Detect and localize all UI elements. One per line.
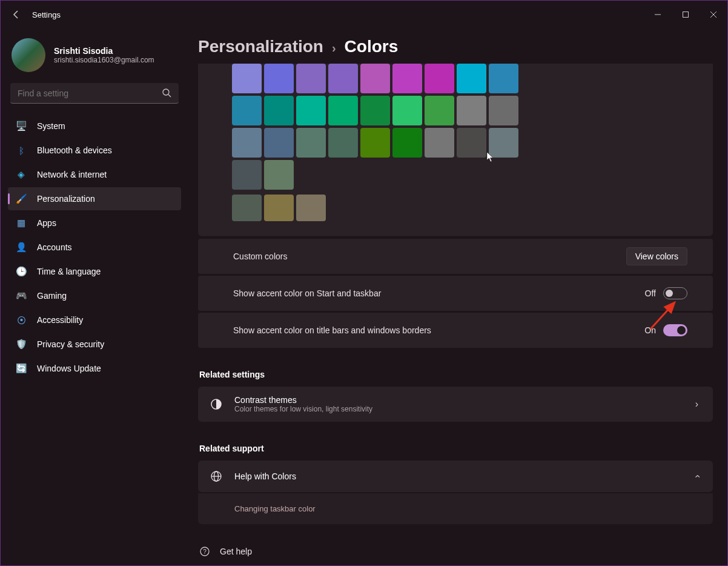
color-swatch[interactable] [489,96,518,125]
svg-point-2 [163,89,169,95]
svg-line-3 [168,95,171,97]
accessibility-icon: ⦿ [15,314,27,326]
svg-rect-1 [683,12,689,18]
sidebar-item-time[interactable]: 🕒Time & language [8,260,181,283]
sidebar-item-gaming[interactable]: 🎮Gaming [8,284,181,307]
color-swatch[interactable] [328,96,358,125]
color-swatch[interactable] [457,96,486,125]
color-swatch[interactable] [232,195,262,221]
avatar [12,38,45,72]
view-colors-button[interactable]: View colors [626,247,687,265]
sidebar-item-network[interactable]: ◈Network & internet [8,163,181,186]
color-swatch[interactable] [392,64,422,93]
close-button[interactable] [700,5,727,24]
color-swatch[interactable] [328,64,358,93]
search-box[interactable] [10,83,179,104]
gamepad-icon: 🎮 [15,290,27,302]
clock-icon: 🕒 [15,265,27,278]
color-swatch[interactable] [264,128,294,158]
svg-text:?: ? [203,548,207,555]
color-swatch[interactable] [264,96,294,125]
update-icon: 🔄 [15,362,27,375]
color-swatch[interactable] [360,128,390,158]
sidebar-item-apps[interactable]: ▦Apps [8,211,181,235]
main-content: Personalization › Colors Custom colors V… [188,28,727,565]
breadcrumb-parent[interactable]: Personalization [198,37,323,56]
sidebar-item-accounts[interactable]: 👤Accounts [8,236,181,259]
custom-colors-label: Custom colors [233,251,287,261]
color-swatch[interactable] [232,64,262,93]
color-swatch[interactable] [232,160,262,190]
profile-email: srishti.sisodia1603@gmail.com [54,56,154,64]
accent-title-row: Show accent color on title bars and wind… [198,313,713,348]
color-swatch[interactable] [264,64,294,93]
help-colors-title: Help with Colors [234,471,296,481]
color-swatch[interactable] [296,96,326,125]
related-settings-title: Related settings [199,370,713,379]
color-swatch[interactable] [328,128,358,158]
maximize-button[interactable] [672,5,700,24]
help-sub-link[interactable]: Changing taskbar color [198,493,713,524]
color-swatch[interactable] [457,128,486,158]
accent-taskbar-toggle[interactable] [663,287,687,299]
search-icon [162,88,171,100]
help-colors-card[interactable]: Help with Colors › [198,461,713,492]
color-swatch[interactable] [232,96,262,125]
chevron-right-icon: › [695,399,698,410]
accent-color-panel [198,64,713,236]
sidebar-item-bluetooth[interactable]: ᛒBluetooth & devices [8,139,181,162]
bluetooth-icon: ᛒ [15,144,27,156]
accent-title-state: On [644,325,656,335]
chevron-up-icon: › [691,474,702,478]
color-swatch[interactable] [425,96,454,125]
accent-taskbar-state: Off [645,288,656,298]
color-swatch[interactable] [296,195,326,221]
search-input[interactable] [10,83,179,104]
sidebar-item-update[interactable]: 🔄Windows Update [8,357,181,380]
titlebar: Settings [1,1,727,28]
accent-title-label: Show accent color on title bars and wind… [233,325,431,335]
color-swatch[interactable] [425,64,454,93]
sidebar-item-personalization[interactable]: 🖌️Personalization [8,187,181,210]
color-swatch[interactable] [360,96,390,125]
globe-icon [209,469,223,484]
get-help-link[interactable]: ? Get help [198,541,713,562]
chevron-right-icon: › [332,41,336,55]
color-swatch[interactable] [296,64,326,93]
accent-title-toggle[interactable] [663,324,687,336]
color-swatch-grid [232,64,523,221]
color-swatch[interactable] [392,96,422,125]
apps-icon: ▦ [15,217,27,229]
display-icon: 🖥️ [15,120,27,132]
profile-name: Srishti Sisodia [54,46,154,56]
color-swatch[interactable] [296,128,326,158]
profile[interactable]: Srishti Sisodia srishti.sisodia1603@gmai… [8,28,181,81]
give-feedback-link[interactable]: Give feedback [198,562,713,565]
color-swatch[interactable] [360,64,390,93]
contrast-title: Contrast themes [234,395,372,405]
contrast-themes-card[interactable]: Contrast themes Color themes for low vis… [198,387,713,422]
wifi-icon: ◈ [15,168,27,181]
color-swatch[interactable] [489,128,518,158]
minimize-button[interactable] [644,5,672,24]
person-icon: 👤 [15,241,27,253]
color-swatch[interactable] [264,160,294,190]
sidebar-item-accessibility[interactable]: ⦿Accessibility [8,308,181,331]
sidebar-item-privacy[interactable]: 🛡️Privacy & security [8,333,181,356]
help-icon: ? [199,546,210,557]
back-button[interactable] [10,8,22,21]
color-swatch[interactable] [457,64,486,93]
footer-links: ? Get help Give feedback [198,541,713,565]
color-swatch[interactable] [264,195,294,221]
color-swatch[interactable] [392,128,422,158]
related-support-title: Related support [199,444,713,453]
color-swatch[interactable] [489,64,518,93]
color-swatch[interactable] [232,128,262,158]
accent-taskbar-label: Show accent color on Start and taskbar [233,288,381,298]
contrast-icon [209,397,223,411]
sidebar-item-system[interactable]: 🖥️System [8,115,181,138]
contrast-sub: Color themes for low vision, light sensi… [234,405,372,413]
color-swatch[interactable] [425,128,454,158]
shield-icon: 🛡️ [15,338,27,350]
paintbrush-icon: 🖌️ [15,193,27,205]
